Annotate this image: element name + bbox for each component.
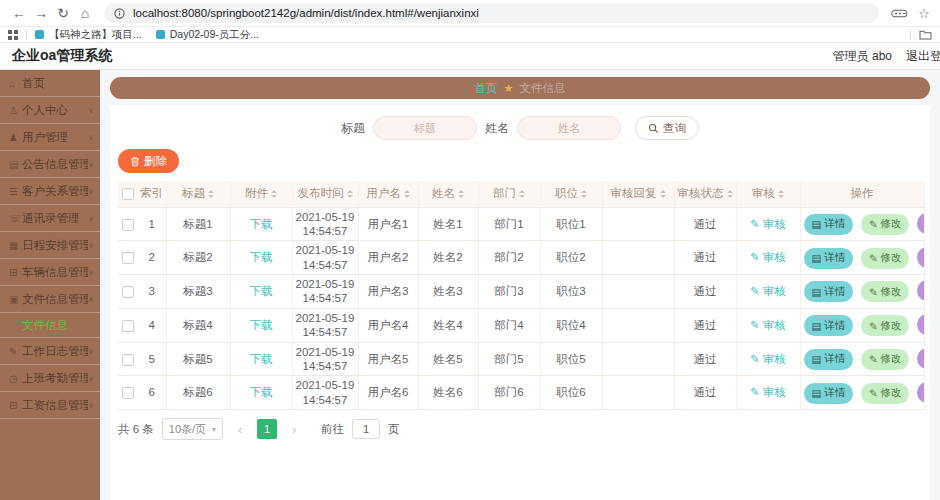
search-form: 标题 姓名 查询: [118, 113, 922, 143]
row-checkbox[interactable]: [122, 252, 134, 264]
review-link[interactable]: ✎ 审核: [750, 218, 786, 230]
page-number-active[interactable]: 1: [257, 419, 277, 439]
batch-delete-button[interactable]: 删除: [118, 149, 179, 173]
back-icon[interactable]: ←: [8, 6, 30, 20]
review-link[interactable]: ✎ 审核: [750, 285, 786, 297]
breadcrumb-home-link[interactable]: 首页: [475, 81, 498, 96]
query-button[interactable]: 查询: [635, 116, 699, 140]
pencil-icon: ✎: [869, 286, 878, 298]
detail-button[interactable]: ▤详情: [804, 214, 854, 235]
pencil-icon: ✎: [869, 218, 878, 230]
sidebar-item-worklog[interactable]: ✎ 工作日志管理∨: [0, 338, 100, 365]
page-size-select[interactable]: 10条/页 ▾: [162, 418, 223, 440]
column-header[interactable]: 标题: [166, 181, 230, 207]
address-bar[interactable]: localhost:8080/springboot2142g/admin/dis…: [104, 3, 879, 23]
column-header[interactable]: 审核回复: [602, 181, 674, 207]
delete-button[interactable]: 删除: [917, 247, 924, 268]
reload-icon[interactable]: ↻: [52, 6, 74, 20]
password-manager-icon[interactable]: [891, 8, 908, 19]
column-header[interactable]: 审核: [736, 181, 800, 207]
review-link[interactable]: ✎ 审核: [750, 251, 786, 263]
column-header[interactable]: 发布时间: [292, 181, 358, 207]
select-all-checkbox[interactable]: [122, 188, 134, 200]
sort-icon[interactable]: [727, 190, 733, 198]
sidebar-item-schedule[interactable]: ▦ 日程安排管理∨: [0, 232, 100, 259]
sort-icon[interactable]: [660, 190, 666, 198]
url-text: localhost:8080/springboot2142g/admin/dis…: [133, 7, 479, 19]
sort-icon[interactable]: [581, 190, 587, 198]
detail-button[interactable]: ▤详情: [804, 248, 854, 269]
edit-button[interactable]: ✎修改: [861, 349, 910, 370]
sidebar-item-files[interactable]: ▣ 文件信息管理∧: [0, 286, 100, 313]
column-header[interactable]: 审核状态: [674, 181, 736, 207]
search-input-name[interactable]: [517, 116, 621, 140]
download-link[interactable]: 下载: [250, 218, 273, 230]
delete-button[interactable]: 删除: [917, 348, 924, 369]
sort-icon[interactable]: [778, 190, 784, 198]
sidebar-item-users[interactable]: ♟ 用户管理∨: [0, 124, 100, 151]
row-checkbox[interactable]: [122, 387, 134, 399]
delete-button[interactable]: 删除: [917, 280, 924, 301]
logout-button[interactable]: 退出登录: [906, 48, 940, 65]
sidebar-item-announcements[interactable]: ▤ 公告信息管理∨: [0, 151, 100, 178]
row-checkbox[interactable]: [122, 320, 134, 332]
download-link[interactable]: 下载: [250, 353, 273, 365]
detail-button[interactable]: ▤详情: [804, 349, 854, 370]
row-checkbox[interactable]: [122, 219, 134, 231]
column-header[interactable]: 附件: [230, 181, 292, 207]
prev-page-button[interactable]: ‹: [231, 422, 249, 437]
goto-page-input[interactable]: [352, 419, 380, 439]
review-link[interactable]: ✎ 审核: [750, 386, 786, 398]
sort-icon[interactable]: [404, 190, 410, 198]
detail-button[interactable]: ▤详情: [804, 383, 854, 404]
edit-button[interactable]: ✎修改: [861, 248, 910, 269]
apps-grid-icon[interactable]: [8, 30, 18, 40]
sort-icon[interactable]: [271, 190, 277, 198]
download-link[interactable]: 下载: [250, 285, 273, 297]
site-info-icon[interactable]: [114, 8, 125, 19]
sidebar-item-vehicles[interactable]: ⊞ 车辆信息管理∨: [0, 259, 100, 286]
sidebar-item-home[interactable]: ⌂ 首页: [0, 70, 100, 97]
cell-position: 职位6: [540, 376, 602, 410]
row-checkbox[interactable]: [122, 286, 134, 298]
home-nav-icon[interactable]: ⌂: [74, 6, 96, 20]
sidebar-item-attendance[interactable]: ◷ 上班考勤管理∨: [0, 365, 100, 392]
search-input-title[interactable]: [373, 116, 477, 140]
other-bookmarks-folder-icon[interactable]: [919, 29, 932, 40]
sidebar-subitem-file-info[interactable]: 文件信息: [0, 313, 100, 338]
delete-button[interactable]: 删除: [917, 213, 924, 234]
detail-button[interactable]: ▤详情: [804, 281, 854, 302]
search-field-label: 标题: [341, 120, 365, 137]
delete-button[interactable]: 删除: [917, 382, 924, 403]
sort-icon[interactable]: [347, 190, 353, 198]
column-header[interactable]: 部门: [478, 181, 540, 207]
edit-button[interactable]: ✎修改: [861, 214, 910, 235]
review-link[interactable]: ✎ 审核: [750, 319, 786, 331]
detail-button[interactable]: ▤详情: [804, 315, 854, 336]
edit-button[interactable]: ✎修改: [861, 281, 910, 302]
sidebar-item-profile[interactable]: ♙ 个人中心∨: [0, 97, 100, 124]
bookmark-item[interactable]: 【码神之路】项目...: [35, 28, 142, 42]
column-header[interactable]: 职位: [540, 181, 602, 207]
sidebar-item-salary[interactable]: ⊟ 工资信息管理∨: [0, 392, 100, 419]
next-page-button[interactable]: ›: [285, 422, 303, 437]
bookmark-item[interactable]: Day02-09-员工分...: [156, 28, 259, 42]
delete-button[interactable]: 删除: [917, 314, 924, 335]
download-link[interactable]: 下载: [250, 319, 273, 331]
row-checkbox[interactable]: [122, 354, 134, 366]
sort-icon[interactable]: [208, 190, 214, 198]
download-link[interactable]: 下载: [250, 251, 273, 263]
edit-button[interactable]: ✎修改: [861, 315, 910, 336]
sidebar-item-customers[interactable]: ☰ 客户关系管理∨: [0, 178, 100, 205]
review-link[interactable]: ✎ 审核: [750, 353, 786, 365]
sort-icon[interactable]: [519, 190, 525, 198]
edit-button[interactable]: ✎修改: [861, 383, 910, 404]
download-link[interactable]: 下载: [250, 386, 273, 398]
sidebar-item-contacts[interactable]: ☏ 通讯录管理∨: [0, 205, 100, 232]
user-icon: ♙: [9, 105, 22, 116]
column-header[interactable]: 用户名: [358, 181, 418, 207]
forward-icon[interactable]: →: [30, 6, 52, 20]
bookmark-star-icon[interactable]: ☆: [918, 6, 930, 21]
sort-icon[interactable]: [458, 190, 464, 198]
column-header[interactable]: 姓名: [418, 181, 478, 207]
